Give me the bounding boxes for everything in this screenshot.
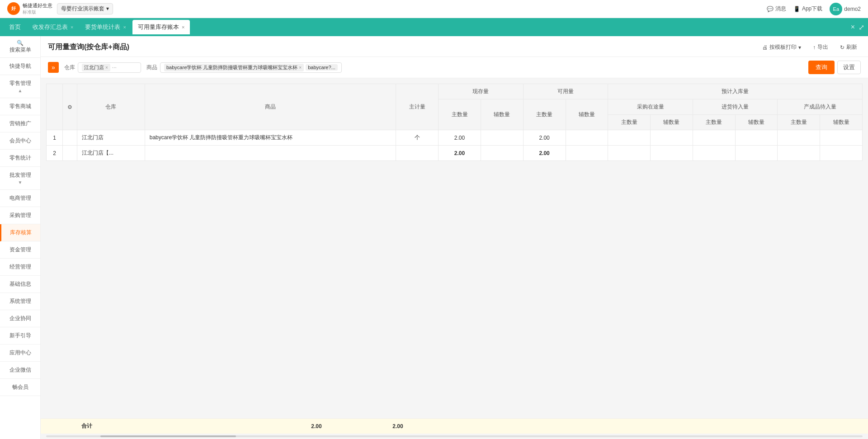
cell-current-aux-1 bbox=[481, 130, 523, 146]
cell-inbound-main-1 bbox=[693, 130, 735, 146]
cell-avail-aux-1 bbox=[566, 130, 608, 146]
sidebar-item-finance[interactable]: 资金管理 bbox=[0, 241, 40, 259]
warehouse-tag-1: 江北门店 × bbox=[82, 64, 110, 71]
product-tag-1-remove[interactable]: × bbox=[299, 65, 302, 70]
sidebar-item-wholesale-label: 批发管理 bbox=[9, 171, 31, 179]
product-tag-1: babycare学饮杯 儿童防摔防撞吸管杯重力球吸嘴杯宝宝水杯 × bbox=[164, 64, 304, 71]
sidebar-search[interactable]: 🔍 搜索菜单 bbox=[0, 36, 40, 58]
brand-info: 畅捷通好生意 标准版 bbox=[23, 2, 52, 15]
tab-expand-btn[interactable]: ⤢ bbox=[859, 23, 864, 32]
industry-selector[interactable]: 母婴行业演示账套 ▾ bbox=[57, 3, 113, 14]
user-menu[interactable]: Ea demo2 bbox=[830, 3, 861, 15]
export-btn[interactable]: ↑ 导出 bbox=[809, 42, 832, 53]
download-btn[interactable]: 📱 App下载 bbox=[793, 5, 822, 13]
product-tag-2: babycare?... bbox=[306, 64, 338, 71]
tab-receipt-close[interactable]: × bbox=[71, 24, 73, 30]
table-area: ⚙ 仓库 商品 主计量 现存量 可用量 预计入库量 主数量 辅数量 主数量 辅数… bbox=[41, 78, 868, 418]
th-avail-main: 主数量 bbox=[523, 99, 566, 130]
sidebar-item-wecom[interactable]: 企业微信 bbox=[0, 362, 40, 379]
footer-current-main: 2.00 bbox=[294, 423, 339, 430]
avatar-text: Ea bbox=[833, 6, 839, 12]
filter-toggle-btn[interactable]: » bbox=[48, 62, 59, 73]
cell-purchase-main-2 bbox=[608, 146, 651, 161]
sidebar-item-basic[interactable]: 基础信息 bbox=[0, 276, 40, 293]
chevron-down-icon: ▾ bbox=[106, 5, 109, 12]
tab-close-all-btn[interactable]: × bbox=[851, 23, 855, 31]
page-header: 可用量查询(按仓库+商品) 🖨 按模板打印 ▾ ↑ 导出 ↻ 刷新 bbox=[41, 36, 868, 57]
sidebar-item-newbie-label: 新手引导 bbox=[9, 332, 31, 340]
sidebar-item-system[interactable]: 系统管理 bbox=[0, 293, 40, 310]
cell-production-aux-2 bbox=[820, 146, 863, 161]
th-warehouse: 仓库 bbox=[77, 84, 145, 130]
cell-warehouse-2: 江北门店【... bbox=[77, 146, 145, 161]
cell-unit-1: 个 bbox=[396, 130, 439, 146]
th-settings[interactable]: ⚙ bbox=[63, 84, 77, 130]
warehouse-filter-tags[interactable]: 江北门店 × ··· bbox=[78, 62, 141, 73]
sidebar-item-member-label: 会员中心 bbox=[9, 137, 31, 145]
sidebar-item-enterprise-label: 企业协同 bbox=[9, 315, 31, 322]
cell-warehouse-1: 江北门店 bbox=[77, 130, 145, 146]
settings-btn[interactable]: 设置 bbox=[837, 61, 861, 74]
sidebar-item-basic-label: 基础信息 bbox=[9, 280, 31, 288]
sidebar-item-retail-store[interactable]: 零售商城 bbox=[0, 98, 40, 115]
sidebar-item-inventory[interactable]: 库存核算 bbox=[0, 224, 40, 241]
tab-receipt[interactable]: 收发存汇总表 × bbox=[27, 20, 79, 34]
product-filter-tags[interactable]: babycare学饮杯 儿童防摔防撞吸管杯重力球吸嘴杯宝宝水杯 × babyca… bbox=[160, 62, 342, 73]
tab-order-close[interactable]: × bbox=[123, 24, 126, 30]
download-icon: 📱 bbox=[793, 6, 800, 12]
message-btn[interactable]: 💬 消息 bbox=[767, 5, 786, 13]
tab-stock-close[interactable]: × bbox=[182, 24, 184, 30]
tab-stock[interactable]: 可用量库存账本 × bbox=[132, 20, 190, 34]
sidebar-item-wholesale[interactable]: 批发管理 ▼ bbox=[0, 167, 40, 190]
top-bar-right: 💬 消息 📱 App下载 Ea demo2 bbox=[767, 3, 861, 15]
sidebar-item-retail-mgmt[interactable]: 零售管理 ▲ bbox=[0, 75, 40, 98]
cell-purchase-aux-1 bbox=[651, 130, 693, 146]
scroll-thumb[interactable] bbox=[100, 435, 236, 437]
sidebar-item-enterprise[interactable]: 企业协同 bbox=[0, 310, 40, 327]
message-label: 消息 bbox=[775, 5, 786, 13]
sidebar-item-purchase[interactable]: 采购管理 bbox=[0, 207, 40, 224]
cell-current-aux-2 bbox=[481, 146, 523, 161]
filter-actions: 查询 设置 bbox=[808, 61, 861, 74]
cell-avail-aux-2 bbox=[566, 146, 608, 161]
product-filter-group: 商品 babycare学饮杯 儿童防摔防撞吸管杯重力球吸嘴杯宝宝水杯 × bab… bbox=[146, 62, 342, 73]
sidebar-item-ecommerce[interactable]: 电商管理 bbox=[0, 190, 40, 207]
download-label: App下载 bbox=[802, 5, 822, 13]
horizontal-scrollbar[interactable] bbox=[41, 434, 868, 439]
product-filter-label: 商品 bbox=[146, 64, 157, 71]
sidebar-item-member[interactable]: 会员中心 bbox=[0, 132, 40, 150]
warehouse-filter-group: 仓库 江北门店 × ··· bbox=[64, 62, 141, 73]
product-tag-1-text: babycare学饮杯 儿童防摔防撞吸管杯重力球吸嘴杯宝宝水杯 bbox=[166, 64, 297, 71]
cell-avail-main-1: 2.00 bbox=[523, 130, 566, 146]
sidebar-item-operations[interactable]: 经营管理 bbox=[0, 259, 40, 276]
sidebar-item-retail-stats[interactable]: 零售统计 bbox=[0, 150, 40, 167]
top-bar-left: 好 畅捷通好生意 标准版 母婴行业演示账套 ▾ bbox=[7, 2, 113, 15]
th-product: 商品 bbox=[145, 84, 396, 130]
cell-production-main-1 bbox=[778, 130, 820, 146]
query-btn[interactable]: 查询 bbox=[808, 61, 835, 74]
refresh-btn[interactable]: ↻ 刷新 bbox=[836, 42, 861, 53]
tab-home[interactable]: 首页 bbox=[4, 20, 26, 34]
th-production-aux: 辅数量 bbox=[820, 115, 863, 130]
sidebar-item-appstore[interactable]: 应用中心 bbox=[0, 345, 40, 362]
cell-purchase-main-1 bbox=[608, 130, 651, 146]
industry-label: 母婴行业演示账套 bbox=[61, 5, 104, 13]
table-footer: 合计 2.00 2.00 bbox=[41, 418, 868, 434]
cell-gear-2 bbox=[63, 146, 77, 161]
username: demo2 bbox=[844, 6, 861, 12]
sidebar-quick-nav[interactable]: 快捷导航 bbox=[0, 58, 40, 75]
table-row: 1 江北门店 babycare学饮杯 儿童防摔防撞吸管杯重力球吸嘴杯宝宝水杯 个… bbox=[47, 130, 863, 146]
table-row: 2 江北门店【... 2.00 2.00 bbox=[47, 146, 863, 161]
print-label: 按模板打印 bbox=[769, 43, 797, 51]
warehouse-tag-1-remove[interactable]: × bbox=[105, 65, 108, 70]
sidebar-search-label: 搜索菜单 bbox=[4, 46, 37, 54]
sidebar-item-newbie[interactable]: 新手引导 bbox=[0, 327, 40, 345]
scroll-track bbox=[46, 435, 863, 437]
sidebar-item-vip[interactable]: 畅会员 bbox=[0, 379, 40, 396]
warehouse-filter-more[interactable]: ··· bbox=[112, 64, 117, 71]
sidebar-item-marketing[interactable]: 营销推广 bbox=[0, 115, 40, 132]
tab-order[interactable]: 要货单统计表 × bbox=[80, 20, 131, 34]
brand-sub: 标准版 bbox=[23, 9, 52, 15]
print-btn[interactable]: 🖨 按模板打印 ▾ bbox=[759, 42, 805, 53]
sidebar-quick-nav-label: 快捷导航 bbox=[9, 63, 31, 69]
